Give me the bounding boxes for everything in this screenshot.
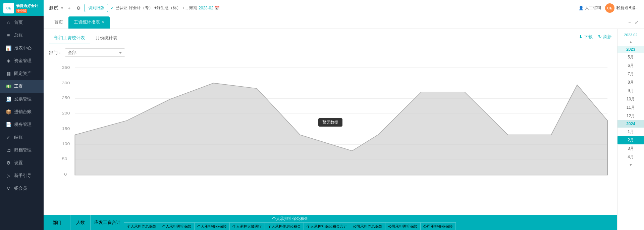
subtab-bar: 部门工资统计表 月份统计表 ⬇ 下载 ↻ 刷新 <box>44 29 617 44</box>
sidebar-logo: CE 畅捷通好会计 专业版 <box>0 0 44 16</box>
panel-up-arrow[interactable]: ▲ <box>628 38 634 46</box>
month-11[interactable]: 11月 <box>618 103 644 112</box>
more-status: +... <box>182 6 188 10</box>
filter-bar: 部门： 全部 部门1 部门2 <box>44 44 617 61</box>
sidebar-item-reports[interactable]: 📊 报表中心 <box>0 42 44 54</box>
col-personal-housing: 个人承担住房公积金 <box>265 223 304 230</box>
minimize-icon[interactable]: － <box>627 19 632 26</box>
sidebar-item-member[interactable]: V 畅会员 <box>0 182 44 195</box>
calendar-icon[interactable]: 📅 <box>215 6 220 10</box>
certified-check-icon: ✓ <box>111 6 114 10</box>
filter-label: 部门： <box>49 50 62 56</box>
reports-icon: 📊 <box>5 45 11 51</box>
right-panel: 2023.02 ▲ 2023 5月 6月 7月 8月 9月 10月 11月 12… <box>617 29 644 230</box>
topbar: 测试 ▾ + ⚙ 切到旧版 ✓ 已认证 好会计（专） +好生意（标） +... … <box>44 0 644 16</box>
sidebar-item-assets[interactable]: ▦ 固定资产 <box>0 67 44 80</box>
content-main: 部门工资统计表 月份统计表 ⬇ 下载 ↻ 刷新 <box>44 29 617 230</box>
month-6[interactable]: 6月 <box>618 61 644 70</box>
dept-select[interactable]: 全部 部门1 部门2 <box>65 48 125 57</box>
download-button[interactable]: ⬇ 下载 <box>579 34 593 40</box>
tab-salary-report[interactable]: 工资统计报表 ✕ <box>68 16 110 29</box>
add-button[interactable]: + <box>66 5 72 11</box>
settings-btn[interactable]: ⚙ <box>75 5 82 11</box>
sidebar-item-funds[interactable]: ◈ 资金管理 <box>0 54 44 67</box>
period-value: 2023-02 <box>199 6 213 10</box>
refresh-button[interactable]: ↻ 刷新 <box>598 34 612 40</box>
month-2[interactable]: 2月 <box>618 136 644 144</box>
sidebar-item-ledger[interactable]: ≡ 总账 <box>0 29 44 42</box>
chart-container: 350 300 250 200 150 100 50 0 <box>49 63 612 178</box>
sidebar-item-sales[interactable]: 📦 进销台账 <box>0 105 44 118</box>
svg-text:350: 350 <box>62 65 70 70</box>
month-3[interactable]: 3月 <box>618 144 644 153</box>
invoice-icon: 🧾 <box>5 96 11 102</box>
sidebar-item-guide[interactable]: ▷ 新手引导 <box>0 169 44 182</box>
svg-text:300: 300 <box>62 81 70 85</box>
svg-text:150: 150 <box>62 126 70 131</box>
bottom-table-header: 部门 人数 应发工资合计 个人承担社保公积金 个人承担养老保险 个人承担医疗保险… <box>44 215 617 230</box>
switch-version-button[interactable]: 切到旧版 <box>85 4 108 12</box>
month-1[interactable]: 1月 <box>618 128 644 136</box>
tab-close-icon[interactable]: ✕ <box>101 20 104 24</box>
help-button[interactable]: 👤 人工咨询 <box>579 5 601 11</box>
subtab-month[interactable]: 月份统计表 <box>90 32 123 44</box>
col-company-medical: 公司承担医疗保险 <box>385 223 421 230</box>
logo-icon: CE <box>3 3 14 13</box>
sidebar-item-invoice[interactable]: 🧾 发票管理 <box>0 93 44 105</box>
logo-text: 畅捷通好会计 专业版 <box>16 3 38 13</box>
col-personal-medical: 个人承担医疗保险 <box>159 223 195 230</box>
username[interactable]: 轻捷通B追... <box>616 5 639 11</box>
period-label: 账期 <box>189 5 197 11</box>
svg-text:250: 250 <box>62 95 70 100</box>
month-7[interactable]: 7月 <box>618 70 644 78</box>
month-10[interactable]: 10月 <box>618 95 644 103</box>
good-account-status: 好会计（专） <box>129 5 153 11</box>
month-8[interactable]: 8月 <box>618 78 644 87</box>
subtab-dept[interactable]: 部门工资统计表 <box>49 32 90 44</box>
sidebar-item-settings[interactable]: ⚙ 设置 <box>0 156 44 169</box>
col-personal-major-medical: 个人承担大额医疗 <box>230 223 265 230</box>
col-total-salary: 应发工资合计 <box>91 215 124 230</box>
help-icon: 👤 <box>579 6 584 10</box>
member-icon: V <box>5 186 11 191</box>
month-12[interactable]: 12月 <box>618 112 644 120</box>
sidebar-item-home[interactable]: ⌂ 首页 <box>0 16 44 29</box>
archive-icon: 🗂 <box>5 147 11 153</box>
settings-icon: ⚙ <box>5 160 11 166</box>
col-company-unemploy: 公司承担失业保险 <box>421 223 456 230</box>
tabbar: 首页 工资统计报表 ✕ － ⤢ <box>44 16 644 29</box>
group-header: 个人承担社保公积金 <box>124 215 456 223</box>
year-2023-label: 2023 <box>618 46 644 53</box>
content: 部门工资统计表 月份统计表 ⬇ 下载 ↻ 刷新 <box>44 29 644 230</box>
current-date-label: 2023.02 <box>624 33 638 37</box>
assets-icon: ▦ <box>5 71 11 76</box>
subtab-actions: ⬇ 下载 ↻ 刷新 <box>579 34 612 43</box>
ledger-icon: ≡ <box>5 33 11 38</box>
col-personal-pension: 个人承担养老保险 <box>124 223 159 230</box>
svg-text:200: 200 <box>62 111 70 115</box>
funds-icon: ◈ <box>5 58 11 63</box>
date-display: 2023.02 <box>618 32 644 38</box>
month-4[interactable]: 4月 <box>618 153 644 161</box>
sidebar-item-tax[interactable]: 📑 税务管理 <box>0 118 44 131</box>
maximize-icon[interactable]: ⤢ <box>635 19 639 26</box>
project-title: 测试 <box>49 5 58 11</box>
year-2024-label: 2024 <box>618 120 644 128</box>
month-9[interactable]: 9月 <box>618 87 644 95</box>
main-content: 测试 ▾ + ⚙ 切到旧版 ✓ 已认证 好会计（专） +好生意（标） +... … <box>44 0 644 230</box>
certified-status: 已认证 <box>115 5 127 11</box>
svg-text:50: 50 <box>62 156 67 161</box>
user-avatar: CE <box>605 3 614 13</box>
sidebar-item-salary[interactable]: 💵 工资 <box>0 80 44 93</box>
col-personal-unemploy: 个人承担失业保险 <box>195 223 230 230</box>
sidebar-item-archive[interactable]: 🗂 归档管理 <box>0 144 44 156</box>
salary-icon: 💵 <box>5 84 11 89</box>
month-5[interactable]: 5月 <box>618 53 644 61</box>
project-dropdown-icon[interactable]: ▾ <box>61 6 63 10</box>
group-personal-insurance: 个人承担社保公积金 个人承担养老保险 个人承担医疗保险 个人承担失业保险 个人承… <box>124 215 456 230</box>
sidebar-item-close[interactable]: ✓ 结账 <box>0 131 44 144</box>
tab-home[interactable]: 首页 <box>49 16 68 29</box>
panel-down-arrow[interactable]: ▼ <box>628 161 634 169</box>
col-dept: 部门 <box>44 215 70 230</box>
close-account-icon: ✓ <box>5 135 11 140</box>
